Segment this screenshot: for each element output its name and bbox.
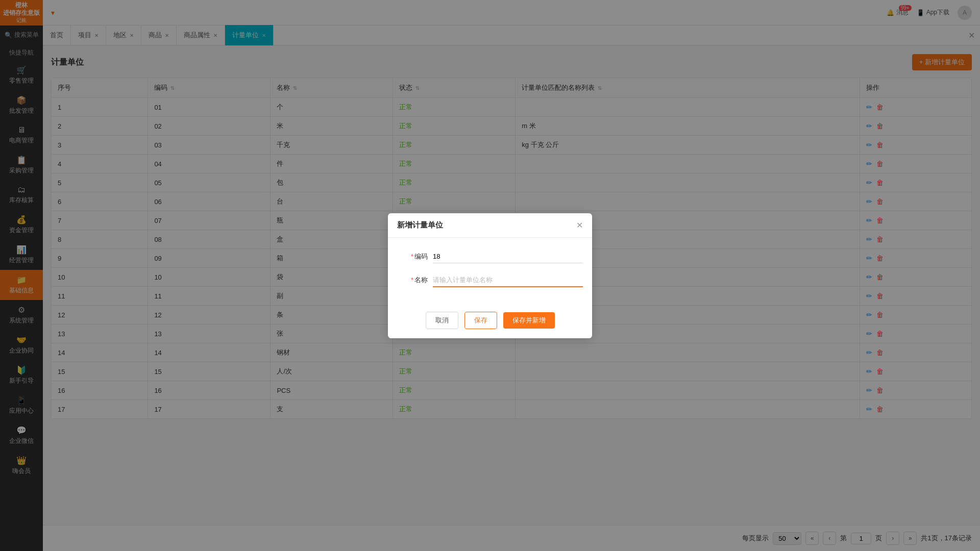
code-label: 编码	[397, 252, 428, 261]
name-form-row: 名称	[397, 273, 583, 287]
save-and-add-button[interactable]: 保存并新增	[503, 312, 555, 329]
name-input[interactable]	[433, 273, 583, 287]
modal-close-button[interactable]: ✕	[576, 220, 583, 230]
modal-title: 新增计量单位	[397, 220, 443, 230]
save-button[interactable]: 保存	[464, 312, 497, 329]
code-input[interactable]	[433, 250, 583, 263]
code-form-row: 编码	[397, 250, 583, 263]
modal-footer: 取消 保存 保存并新增	[388, 306, 592, 338]
name-label: 名称	[397, 276, 428, 285]
modal-body: 编码 名称	[388, 238, 592, 306]
modal-overlay[interactable]: 新增计量单位 ✕ 编码 名称 取消 保存 保存并新增	[0, 0, 980, 551]
add-unit-modal: 新增计量单位 ✕ 编码 名称 取消 保存 保存并新增	[388, 213, 592, 338]
modal-header: 新增计量单位 ✕	[388, 213, 592, 238]
cancel-button[interactable]: 取消	[426, 312, 458, 329]
